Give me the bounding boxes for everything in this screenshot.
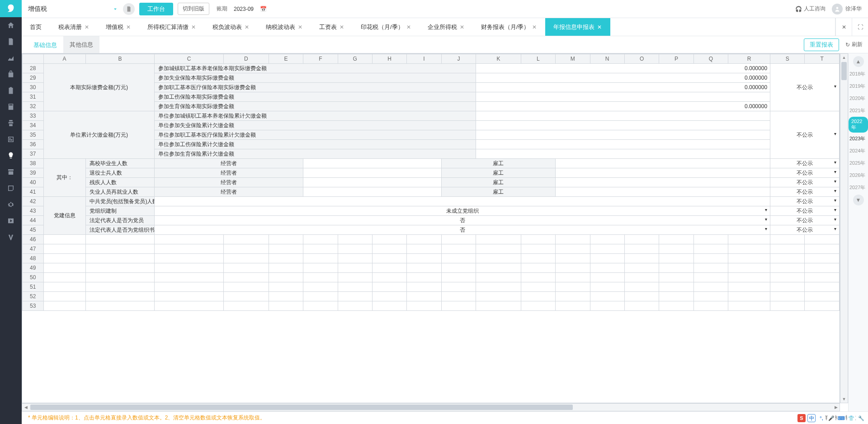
col-P[interactable]: P (659, 54, 693, 64)
value-dropdown[interactable]: 未成立党组织 (155, 206, 770, 216)
nav-calc-icon[interactable] (0, 99, 22, 115)
nav-inbox-icon[interactable] (0, 180, 22, 196)
switch-old-button[interactable]: 切到旧版 (178, 3, 209, 15)
col-N[interactable]: N (590, 54, 624, 64)
row-37[interactable]: 37 (23, 149, 44, 159)
row-46[interactable]: 46 (23, 235, 44, 244)
value-dropdown[interactable]: 否 (155, 216, 770, 225)
col-B[interactable]: B (85, 54, 155, 64)
row-43[interactable]: 43 (23, 206, 44, 216)
row-32[interactable]: 32 (23, 102, 44, 111)
year-2023年[interactable]: 2023年 (849, 133, 868, 145)
disclose-dropdown[interactable]: 不公示 (770, 197, 840, 206)
tab-close-icon[interactable]: ✕ (340, 24, 344, 30)
col-C[interactable]: C (155, 54, 224, 64)
row-52[interactable]: 52 (23, 292, 44, 301)
ime-tool-icon[interactable]: 🔧 (857, 414, 865, 422)
year-2020年[interactable]: 2020年 (849, 92, 868, 105)
scroll-left-arrow[interactable]: ◀ (22, 404, 29, 411)
year-2026年[interactable]: 2026年 (849, 169, 868, 181)
disclose-dropdown[interactable]: 不公示 (770, 159, 840, 168)
year-2021年[interactable]: 2021年 (849, 105, 868, 117)
tab-close-icon[interactable]: ✕ (597, 24, 602, 30)
consult-link[interactable]: 🎧 人工咨询 (795, 5, 826, 13)
tab-close-icon[interactable]: ✕ (245, 24, 249, 30)
row-30[interactable]: 30 (23, 83, 44, 92)
row-29[interactable]: 29 (23, 73, 44, 83)
subtab-other[interactable]: 其他信息 (63, 36, 99, 53)
col-R[interactable]: R (728, 54, 770, 64)
disclose-dropdown[interactable]: 不公示 (770, 216, 840, 225)
col-I[interactable]: I (407, 54, 441, 64)
subtab-basic[interactable]: 基础信息 (27, 36, 63, 53)
scroll-thumb-h[interactable] (30, 405, 573, 410)
row-53[interactable]: 53 (23, 301, 44, 311)
ime-punct-icon[interactable]: °, (817, 414, 826, 422)
year-2018年[interactable]: 2018年 (849, 68, 868, 80)
tab-close-icon[interactable]: ✕ (298, 24, 302, 30)
reset-report-button[interactable]: 重置报表 (804, 38, 839, 51)
user-menu[interactable]: 徐泽华 (832, 4, 862, 14)
tab-close-icon[interactable]: ✕ (191, 24, 196, 30)
col-D[interactable]: D (224, 54, 269, 64)
tab-增值税[interactable]: 增值税✕ (98, 18, 139, 36)
col-T[interactable]: T (805, 54, 840, 64)
col-O[interactable]: O (624, 54, 659, 64)
disclose-dropdown[interactable]: 不公示 (770, 178, 840, 187)
col-Q[interactable]: Q (693, 54, 728, 64)
year-2022年[interactable]: 2022年 (849, 117, 868, 133)
year-2027年[interactable]: 2027年 (849, 181, 868, 194)
row-51[interactable]: 51 (23, 282, 44, 292)
row-39[interactable]: 39 (23, 168, 44, 178)
disclose-dropdown[interactable]: 不公示 (770, 111, 840, 159)
tab-工资表[interactable]: 工资表✕ (311, 18, 353, 36)
disclose-dropdown[interactable]: 不公示 (770, 206, 840, 216)
ime-mic-icon[interactable]: 🎤 (827, 414, 835, 422)
nav-archive-icon[interactable] (0, 164, 22, 180)
col-S[interactable]: S (770, 54, 805, 64)
doc-button[interactable] (123, 3, 135, 15)
ime-skin-icon[interactable]: 👕 (847, 414, 855, 422)
col-J[interactable]: J (441, 54, 476, 64)
tab-所得税汇算清缴[interactable]: 所得税汇算清缴✕ (139, 18, 204, 36)
ime-s-icon[interactable]: S (797, 414, 806, 422)
tab-印花税（月/季）[interactable]: 印花税（月/季）✕ (353, 18, 420, 36)
scroll-thumb[interactable] (841, 62, 847, 80)
tab-税负波动表[interactable]: 税负波动表✕ (204, 18, 258, 36)
scroll-right-arrow[interactable]: ▶ (832, 404, 840, 411)
disclose-dropdown[interactable]: 不公示 (770, 64, 840, 111)
tab-企业所得税[interactable]: 企业所得税✕ (420, 18, 473, 36)
row-41[interactable]: 41 (23, 187, 44, 197)
close-all-tabs-button[interactable]: ✕ (835, 18, 852, 36)
tab-close-icon[interactable]: ✕ (460, 24, 464, 30)
ime-zh-icon[interactable]: 中 (807, 414, 816, 422)
tab-首页[interactable]: 首页 (22, 18, 50, 36)
nav-report-icon[interactable] (0, 131, 22, 148)
year-2025年[interactable]: 2025年 (849, 157, 868, 169)
row-42[interactable]: 42 (23, 197, 44, 206)
row-48[interactable]: 48 (23, 254, 44, 263)
col-H[interactable]: H (372, 54, 406, 64)
row-44[interactable]: 44 (23, 216, 44, 225)
expand-tabs-button[interactable]: ⛶ (852, 18, 868, 36)
year-2019年[interactable]: 2019年 (849, 80, 868, 92)
nav-v-icon[interactable] (0, 229, 22, 245)
nav-home-icon[interactable] (0, 17, 22, 33)
row-40[interactable]: 40 (23, 178, 44, 187)
col-A[interactable]: A (43, 54, 85, 64)
row-36[interactable]: 36 (23, 140, 44, 149)
row-47[interactable]: 47 (23, 244, 44, 254)
nav-bag-icon[interactable] (0, 66, 22, 82)
nav-video-icon[interactable] (0, 213, 22, 229)
row-28[interactable]: 28 (23, 64, 44, 73)
col-F[interactable]: F (303, 54, 338, 64)
tab-close-icon[interactable]: ✕ (85, 24, 89, 30)
col-G[interactable]: G (338, 54, 372, 64)
row-50[interactable]: 50 (23, 273, 44, 282)
year-up-button[interactable]: ▲ (853, 56, 864, 67)
tab-税表清册[interactable]: 税表清册✕ (50, 18, 98, 36)
company-selector[interactable]: 增值税 (28, 5, 118, 13)
vertical-scrollbar[interactable]: ▲ ▼ (840, 53, 848, 403)
row-35[interactable]: 35 (23, 130, 44, 140)
workbench-button[interactable]: 工作台 (139, 3, 173, 15)
